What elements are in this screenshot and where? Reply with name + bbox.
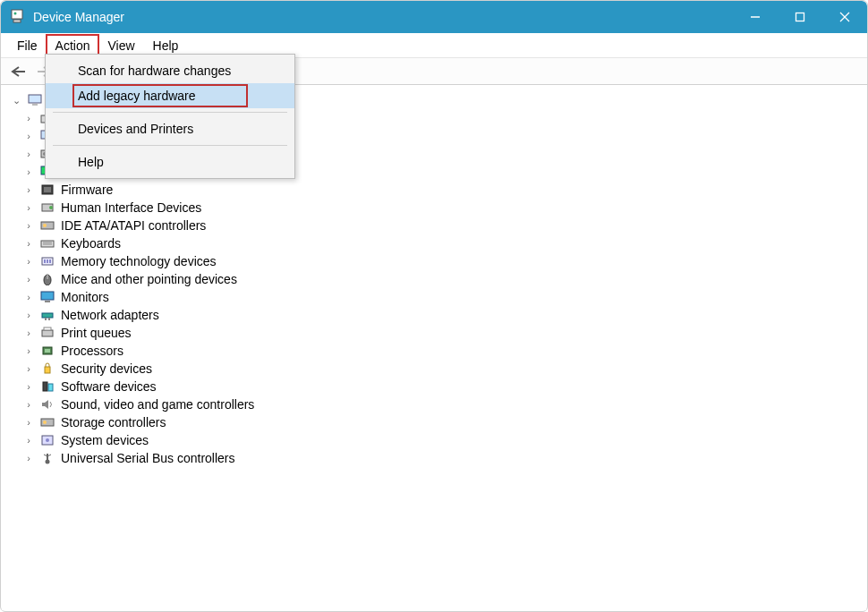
- collapse-icon[interactable]: ⌄: [11, 95, 21, 106]
- svg-point-21: [49, 206, 53, 209]
- category-label: Network adapters: [61, 308, 159, 322]
- expand-icon[interactable]: ›: [23, 220, 34, 231]
- menu-help[interactable]: Help: [144, 35, 188, 56]
- svg-point-46: [43, 421, 47, 424]
- tree-category[interactable]: ›IDE ATA/ATAPI controllers: [23, 217, 857, 234]
- svg-rect-35: [42, 313, 53, 318]
- expand-icon[interactable]: ›: [23, 381, 34, 392]
- expand-icon[interactable]: ›: [23, 310, 34, 320]
- monitor-icon: [39, 290, 55, 304]
- svg-rect-1: [13, 20, 21, 22]
- svg-rect-42: [45, 367, 50, 373]
- memory-icon: [39, 254, 55, 268]
- tree-category[interactable]: ›Firmware: [23, 181, 857, 199]
- expand-icon[interactable]: ›: [23, 131, 34, 141]
- tree-category[interactable]: ›Mice and other pointing devices: [23, 270, 857, 288]
- svg-rect-37: [48, 318, 50, 320]
- minimize-button[interactable]: [733, 1, 778, 33]
- svg-rect-33: [41, 292, 54, 300]
- system-icon: [39, 433, 55, 447]
- sound-icon: [39, 397, 55, 412]
- menu-scan-hardware[interactable]: Scan for hardware changes: [46, 58, 294, 83]
- expand-icon[interactable]: ›: [23, 149, 34, 159]
- computer-root-icon: [27, 93, 43, 107]
- category-label: Software devices: [61, 379, 157, 394]
- expand-icon[interactable]: ›: [23, 184, 34, 195]
- tree-category[interactable]: ›Memory technology devices: [23, 252, 857, 270]
- tree-category[interactable]: ›Network adapters: [23, 306, 857, 324]
- menu-file[interactable]: File: [8, 35, 47, 56]
- menu-view[interactable]: View: [98, 35, 143, 56]
- category-label: Memory technology devices: [61, 254, 217, 268]
- back-button[interactable]: [8, 61, 30, 82]
- expand-icon[interactable]: ›: [23, 166, 34, 177]
- category-label: Security devices: [61, 361, 152, 376]
- tree-category[interactable]: ›Human Interface Devices: [23, 199, 857, 217]
- category-label: IDE ATA/ATAPI controllers: [61, 218, 206, 233]
- tree-category[interactable]: ›Software devices: [23, 378, 857, 395]
- category-label: Universal Serial Bus controllers: [61, 451, 235, 465]
- category-label: Sound, video and game controllers: [61, 397, 254, 412]
- menu-separator: [53, 112, 287, 113]
- storagectl-icon: [39, 415, 55, 429]
- svg-point-49: [46, 460, 50, 464]
- tree-category[interactable]: ›Keyboards: [23, 234, 857, 252]
- tree-category[interactable]: ›Processors: [23, 342, 857, 360]
- svg-rect-34: [45, 301, 50, 302]
- svg-rect-28: [44, 259, 46, 263]
- expand-icon[interactable]: ›: [23, 113, 34, 123]
- tree-category[interactable]: ›Monitors: [23, 288, 857, 306]
- keyboard-icon: [39, 236, 55, 251]
- tree-category[interactable]: ›Universal Serial Bus controllers: [23, 449, 857, 467]
- tree-category[interactable]: ›Security devices: [23, 360, 857, 378]
- svg-rect-36: [45, 318, 47, 320]
- svg-point-2: [14, 13, 17, 15]
- svg-rect-19: [44, 187, 51, 192]
- expand-icon[interactable]: ›: [23, 363, 34, 374]
- hid-icon: [39, 200, 55, 215]
- category-label: Firmware: [61, 183, 113, 197]
- window-title: Device Manager: [33, 10, 733, 24]
- svg-point-23: [43, 224, 47, 227]
- expand-icon[interactable]: ›: [23, 256, 34, 267]
- menu-devices-printers[interactable]: Devices and Printers: [46, 116, 294, 141]
- expand-icon[interactable]: ›: [23, 345, 34, 356]
- expand-icon[interactable]: ›: [23, 238, 34, 249]
- expand-icon[interactable]: ›: [23, 292, 34, 302]
- expand-icon[interactable]: ›: [23, 399, 34, 410]
- tree-category[interactable]: ›System devices: [23, 431, 857, 449]
- category-label: Keyboards: [61, 236, 121, 251]
- menu-action-help[interactable]: Help: [46, 149, 294, 174]
- expand-icon[interactable]: ›: [23, 453, 34, 463]
- tree-category[interactable]: ›Print queues: [23, 324, 857, 342]
- network-icon: [39, 308, 55, 322]
- expand-icon[interactable]: ›: [23, 435, 34, 446]
- menu-action[interactable]: Action: [47, 35, 99, 56]
- expand-icon[interactable]: ›: [23, 417, 34, 428]
- tree-category[interactable]: ›Storage controllers: [23, 413, 857, 431]
- tree-category[interactable]: ›Sound, video and game controllers: [23, 395, 857, 413]
- svg-point-48: [46, 438, 49, 442]
- expand-icon[interactable]: ›: [23, 327, 34, 338]
- category-label: Storage controllers: [61, 415, 166, 429]
- title-bar: Device Manager: [1, 1, 867, 33]
- expand-icon[interactable]: ›: [23, 202, 34, 213]
- svg-rect-43: [43, 382, 47, 391]
- menu-add-legacy-hardware[interactable]: Add legacy hardware: [46, 83, 294, 108]
- mouse-icon: [39, 272, 55, 286]
- printer-icon: [39, 326, 55, 340]
- svg-rect-8: [29, 95, 41, 103]
- svg-rect-29: [47, 259, 48, 263]
- svg-rect-0: [12, 10, 22, 19]
- storagectl-icon: [39, 218, 55, 233]
- firmware-icon: [39, 183, 55, 197]
- category-label: Monitors: [61, 290, 109, 304]
- window-controls: [733, 1, 867, 33]
- maximize-button[interactable]: [778, 1, 822, 33]
- category-label: System devices: [61, 433, 149, 447]
- svg-rect-44: [48, 384, 53, 391]
- svg-rect-30: [49, 259, 51, 263]
- expand-icon[interactable]: ›: [23, 274, 34, 285]
- close-button[interactable]: [822, 1, 867, 33]
- cpu-icon: [39, 344, 55, 358]
